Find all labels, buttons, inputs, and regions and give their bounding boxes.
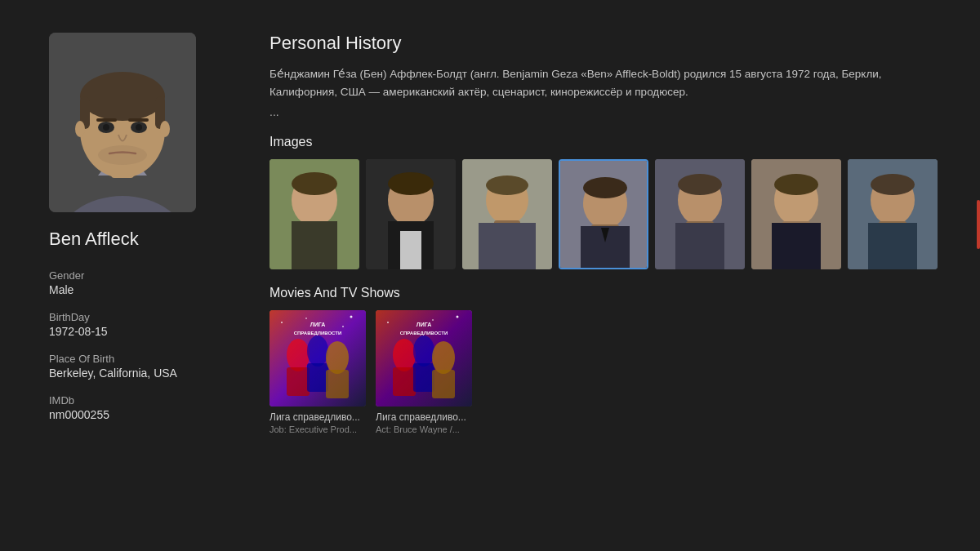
svg-point-46 — [774, 174, 818, 195]
movie-card-1[interactable]: ЛИГА СПРАВЕДЛИВОСТИ Лига справедливо... … — [270, 310, 366, 434]
svg-rect-30 — [479, 223, 536, 269]
bio-text: Бе́нджамин Ге́за (Бен) Аффлек-Болдт (анг… — [270, 65, 890, 100]
svg-rect-45 — [772, 223, 821, 269]
bio-ellipsis: ... — [270, 105, 947, 118]
svg-text:СПРАВЕДЛИВОСТИ: СПРАВЕДЛИВОСТИ — [400, 331, 448, 335]
birthday-section: BirthDay 1972-08-15 — [49, 311, 212, 338]
svg-point-68 — [413, 335, 434, 367]
image-thumb-3[interactable] — [462, 159, 552, 269]
svg-point-60 — [305, 318, 307, 319]
svg-rect-19 — [292, 221, 337, 269]
imdb-label: IMDb — [49, 394, 212, 407]
svg-point-15 — [160, 121, 170, 137]
svg-point-11 — [103, 124, 109, 131]
movie-title-2: Лига справедливо... — [376, 411, 472, 423]
birth-place-label: Place Of Birth — [49, 353, 212, 365]
svg-point-59 — [281, 322, 283, 323]
movie-thumb-1: ЛИГА СПРАВЕДЛИВОСТИ — [270, 310, 366, 407]
images-title: Images — [270, 135, 947, 149]
svg-point-53 — [287, 339, 310, 371]
svg-point-62 — [350, 316, 353, 318]
svg-point-55 — [307, 335, 328, 367]
svg-point-66 — [393, 339, 416, 371]
svg-point-4 — [80, 72, 165, 121]
svg-point-20 — [292, 172, 337, 195]
movies-title: Movies And TV Shows — [270, 286, 947, 300]
movies-section: Movies And TV Shows — [270, 286, 947, 434]
svg-text:СПРАВЕДЛИВОСТИ: СПРАВЕДЛИВОСТИ — [294, 331, 342, 335]
svg-rect-58 — [326, 370, 349, 398]
svg-point-73 — [432, 319, 434, 321]
gender-label: Gender — [49, 269, 212, 282]
person-name: Ben Affleck — [49, 229, 212, 250]
svg-rect-67 — [393, 367, 416, 396]
birthday-label: BirthDay — [49, 311, 212, 323]
images-section: Images — [270, 135, 947, 269]
birth-place-value: Berkeley, California, USA — [49, 367, 212, 380]
svg-rect-71 — [432, 370, 455, 398]
image-thumb-4[interactable] — [559, 159, 648, 269]
svg-point-14 — [75, 121, 85, 137]
images-row — [270, 159, 947, 269]
birth-place-section: Place Of Birth Berkeley, California, USA — [49, 353, 212, 380]
image-thumb-7[interactable] — [848, 159, 938, 269]
svg-point-74 — [457, 316, 459, 318]
movie-card-2[interactable]: ЛИГА СПРАВЕДЛИВОСТИ Лига справедливо... … — [376, 310, 472, 434]
gender-section: Gender Male — [49, 269, 212, 296]
svg-point-70 — [432, 341, 455, 374]
movie-role-1: Job: Executive Prod... — [270, 424, 366, 434]
movie-thumb-2: ЛИГА СПРАВЕДЛИВОСТИ — [376, 310, 472, 407]
imdb-value: nm0000255 — [49, 408, 212, 421]
image-thumb-6[interactable] — [751, 159, 841, 269]
gender-value: Male — [49, 283, 212, 296]
image-thumb-2[interactable] — [366, 159, 456, 269]
svg-point-12 — [136, 124, 142, 131]
birthday-value: 1972-08-15 — [49, 325, 212, 338]
movie-role-2: Act: Bruce Wayne /... — [376, 424, 472, 434]
movies-row: ЛИГА СПРАВЕДЛИВОСТИ Лига справедливо... … — [270, 310, 947, 434]
svg-point-13 — [98, 145, 147, 165]
image-thumb-5[interactable] — [655, 159, 745, 269]
personal-history-title: Personal History — [270, 33, 947, 54]
imdb-section: IMDb nm0000255 — [49, 394, 212, 421]
scroll-indicator[interactable] — [977, 200, 980, 249]
svg-point-61 — [342, 326, 344, 327]
svg-point-25 — [388, 172, 434, 195]
svg-rect-54 — [287, 367, 310, 396]
svg-point-41 — [678, 174, 722, 195]
svg-rect-40 — [675, 223, 724, 269]
right-panel: Personal History Бе́нджамин Ге́за (Бен) … — [237, 0, 980, 551]
svg-rect-26 — [400, 231, 421, 269]
left-panel: Ben Affleck Gender Male BirthDay 1972-08… — [0, 0, 237, 551]
svg-point-31 — [486, 176, 528, 195]
image-thumb-1[interactable] — [270, 159, 359, 269]
svg-rect-7 — [96, 118, 117, 122]
svg-rect-50 — [868, 223, 917, 269]
svg-text:ЛИГА: ЛИГА — [416, 322, 432, 327]
svg-point-57 — [326, 341, 349, 374]
svg-rect-8 — [128, 118, 149, 122]
profile-photo — [49, 33, 196, 212]
svg-text:ЛИГА: ЛИГА — [310, 322, 326, 327]
svg-rect-56 — [307, 363, 328, 392]
movie-title-1: Лига справедливо... — [270, 411, 366, 423]
svg-rect-69 — [413, 363, 434, 392]
svg-point-72 — [387, 322, 389, 323]
svg-point-51 — [871, 174, 915, 195]
svg-point-36 — [583, 177, 627, 198]
